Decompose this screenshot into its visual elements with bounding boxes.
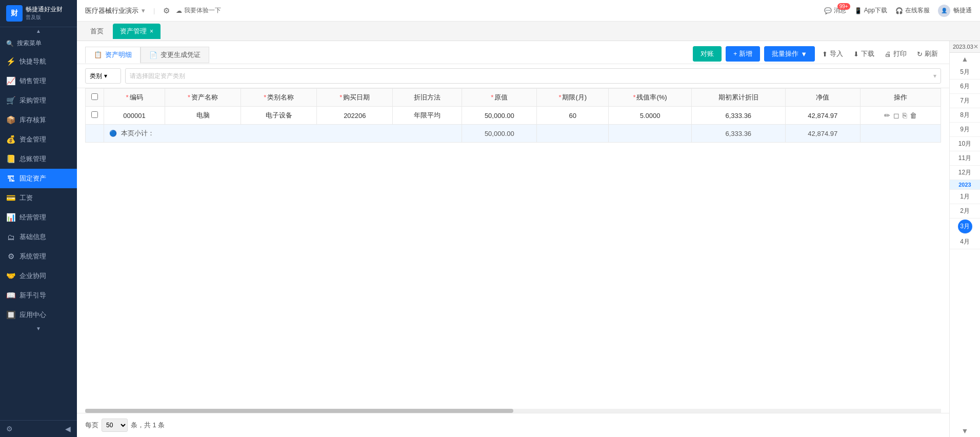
company-dropdown-icon: ▾	[142, 7, 145, 14]
category-filter[interactable]: 类别 ▾	[85, 68, 121, 84]
download-button[interactable]: ⬇ 下载	[850, 49, 877, 58]
sidebar-item-inventory[interactable]: 📦 库存核算	[0, 110, 77, 130]
company-selector[interactable]: 医疗器械行业演示 ▾	[85, 6, 145, 15]
tab-home[interactable]: 首页	[83, 24, 111, 39]
delete-icon[interactable]: 🗑	[910, 111, 917, 120]
row-checkbox[interactable]	[91, 111, 98, 118]
refresh-button[interactable]: ↻ 刷新	[914, 49, 941, 58]
rs-month-2[interactable]: 2月	[950, 204, 980, 218]
col-accumulated-depreciation: 期初累计折旧	[691, 89, 785, 107]
logo-text-block: 畅捷通好业财 普及版	[26, 6, 63, 21]
col-operation: 操作	[860, 89, 941, 107]
sidebar-item-enterprise[interactable]: 🤝 企业协同	[0, 266, 77, 286]
rs-nav-down[interactable]: ▼	[950, 425, 980, 437]
row-depreciation-method: 年限平均	[393, 107, 462, 125]
category-dropdown-icon: ▾	[933, 72, 936, 80]
sidebar-scroll-down[interactable]: ▼	[0, 325, 77, 332]
print-button[interactable]: 🖨 打印	[882, 49, 910, 58]
import-button[interactable]: ⬆ 导入	[819, 49, 846, 58]
tab-close-icon[interactable]: ×	[150, 28, 153, 35]
select-all-checkbox[interactable]	[91, 93, 98, 100]
sidebar-scroll-up[interactable]: ▲	[0, 27, 77, 35]
print-icon: 🖨	[885, 50, 891, 58]
settings-icon[interactable]: ⚙	[6, 425, 13, 433]
sidebar-item-sales[interactable]: 📈 销售管理	[0, 71, 77, 91]
topbar: 医疗器械行业演示 ▾ | ⚙ ☁ 我要体验一下 💬 消息 99+ 📱 App下载…	[77, 0, 980, 22]
rs-month-9[interactable]: 9月	[950, 123, 980, 137]
rs-month-6[interactable]: 6月	[950, 80, 980, 94]
rs-header-buttons: ✕ ⤢	[973, 43, 980, 50]
new-button[interactable]: + 新增	[726, 46, 760, 62]
subtotal-period	[537, 125, 609, 143]
sidebar-item-system[interactable]: ⚙ 系统管理	[0, 247, 77, 266]
app-download-button[interactable]: 📱 App下载	[854, 6, 887, 15]
sidebar-item-guide[interactable]: 📖 新手引导	[0, 286, 77, 305]
sidebar-item-payroll[interactable]: 💳 工资	[0, 188, 77, 208]
rs-scroll-down-button[interactable]: ▼	[962, 427, 969, 435]
sidebar-item-funds[interactable]: 💰 资金管理	[0, 130, 77, 149]
per-page-label: 每页	[85, 421, 98, 430]
row-accumulated-depreciation: 6,333.36	[691, 107, 785, 125]
subtab-generate-voucher[interactable]: 📄 变更生成凭证	[141, 47, 209, 63]
topbar-gear-icon[interactable]: ⚙	[163, 6, 170, 15]
subtab-asset-detail[interactable]: 📋 资产明细	[85, 47, 141, 64]
per-page-select[interactable]: 50 10 20 100	[102, 419, 128, 432]
tab-asset-mgmt[interactable]: 资产管理 ×	[113, 24, 161, 39]
sidebar-item-fixed-assets[interactable]: 🏗 固定资产	[0, 169, 77, 188]
copy-icon[interactable]: ◻	[893, 111, 899, 120]
rs-month-7[interactable]: 7月	[950, 94, 980, 108]
user-menu[interactable]: 👤 畅捷通	[938, 5, 972, 17]
subtotal-actions	[860, 125, 941, 143]
rs-month-11[interactable]: 11月	[950, 151, 980, 166]
edit-icon[interactable]: ✏	[884, 111, 890, 120]
rs-month-4[interactable]: 4月	[950, 235, 980, 249]
collapse-icon[interactable]: ◀	[65, 425, 71, 433]
row-checkbox-cell	[86, 107, 104, 125]
category-value-selector[interactable]: 请选择固定资产类别 ▾	[125, 68, 941, 84]
row-original-value: 50,000.00	[462, 107, 537, 125]
rs-nav-up[interactable]: ▲	[950, 53, 980, 65]
experience-button[interactable]: ☁ 我要体验一下	[176, 6, 221, 15]
category-placeholder: 请选择固定资产类别	[130, 72, 930, 81]
row-residual-rate: 5.0000	[609, 107, 691, 125]
rs-month-8[interactable]: 8月	[950, 108, 980, 123]
col-net-value: 净值	[785, 89, 860, 107]
customer-service-button[interactable]: 🎧 在线客服	[895, 6, 930, 15]
sidebar-search[interactable]: 🔍 搜索菜单	[0, 35, 77, 52]
generate-voucher-tab-label: 变更生成凭证	[161, 50, 201, 59]
funds-label: 资金管理	[19, 135, 46, 144]
rs-months-list: 5月 6月 7月 8月 9月 10月 11月 12月 2023 1月 2月 3月…	[950, 65, 980, 425]
row-purchase-date: 202206	[317, 107, 393, 125]
rs-month-3-current[interactable]: 3月	[958, 220, 972, 234]
funds-icon: 💰	[6, 135, 15, 144]
sidebar-item-purchase[interactable]: 🛒 采购管理	[0, 91, 77, 110]
reconcile-button[interactable]: 对账	[693, 46, 722, 62]
batch-button[interactable]: 批量操作 ▼	[764, 46, 815, 62]
more-icon[interactable]: ⎘	[903, 111, 907, 120]
subtotal-label: 本页小计：	[121, 129, 154, 137]
row-name: 电脑	[165, 107, 241, 125]
enterprise-icon: 🤝	[6, 271, 15, 281]
subtotal-checkbox-cell	[86, 125, 104, 143]
col-category: *类别名称	[241, 89, 317, 107]
subtotal-icon: 🔵	[109, 130, 117, 137]
rs-scroll-up-button[interactable]: ▲	[962, 55, 969, 63]
sidebar-item-quick-nav[interactable]: ⚡ 快捷导航	[0, 52, 77, 71]
purchase-label: 采购管理	[19, 96, 46, 105]
messages-button[interactable]: 💬 消息 99+	[824, 6, 846, 15]
horizontal-scrollbar[interactable]	[85, 409, 941, 413]
sidebar-item-ledger[interactable]: 📒 总账管理	[0, 149, 77, 169]
sidebar-item-operations[interactable]: 📊 经营管理	[0, 208, 77, 227]
rs-close-button[interactable]: ✕	[973, 43, 978, 50]
row-code: 000001	[104, 107, 165, 125]
rs-month-12[interactable]: 12月	[950, 166, 980, 180]
sidebar-item-app-center[interactable]: 🔲 应用中心	[0, 305, 77, 325]
messages-badge: 99+	[837, 3, 850, 10]
rs-month-1[interactable]: 1月	[950, 190, 980, 204]
new-label: + 新增	[733, 49, 752, 58]
sidebar-item-basics[interactable]: 🗂 基础信息	[0, 227, 77, 247]
rs-month-5[interactable]: 5月	[950, 65, 980, 80]
reconcile-label: 对账	[701, 49, 714, 58]
sidebar-bottom: ⚙ ◀	[0, 420, 77, 437]
rs-month-10[interactable]: 10月	[950, 137, 980, 151]
